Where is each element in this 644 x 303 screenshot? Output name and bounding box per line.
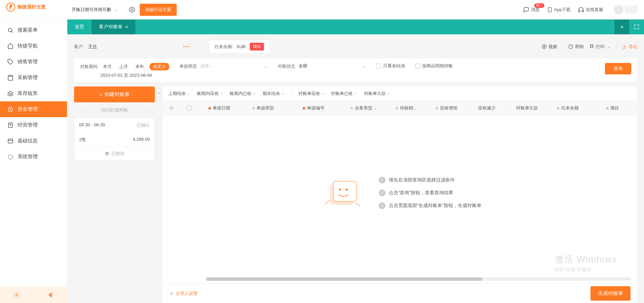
export-label: 导出 [629, 44, 637, 50]
top-bar: 畅捷通好生意 标准版 开账日期可停用可删 ⌄ 体验行业方案 消息 99 + Ap… [0, 0, 644, 20]
customer-service-button[interactable]: 在线客服 [578, 7, 603, 13]
only-unsettled-checkbox[interactable]: 只看未结清 [376, 63, 405, 69]
sidebar-item-finance[interactable]: ¥资金管理 [0, 101, 67, 117]
collapse-handle: « [155, 87, 162, 303]
chevron-down-icon: ⌄ [114, 7, 117, 12]
step-number-icon: 2 [379, 190, 385, 196]
sort-icon: ◆ [302, 105, 306, 110]
svg-text:?: ? [570, 45, 571, 48]
tab-customer-statement[interactable]: 客户对账单× [92, 20, 135, 34]
sidebar-label: 销售管理 [18, 59, 38, 65]
close-icon[interactable]: × [125, 24, 128, 30]
tab-home[interactable]: 首页 [67, 20, 92, 34]
sidebar-item-inventory[interactable]: 库存核算 [0, 86, 67, 101]
data-icon [7, 138, 13, 144]
col-doc-type[interactable]: ◆单据类型 [241, 101, 285, 115]
card-footer: 已收款 [74, 147, 155, 160]
sidebar-collapse-icon[interactable] [47, 292, 54, 298]
select-all-checkbox[interactable] [181, 101, 197, 115]
svg-rect-7 [10, 94, 11, 96]
settings-icon[interactable] [129, 7, 135, 13]
chevron-down-icon: ⌄ [264, 64, 268, 69]
export-button[interactable]: 导出 [622, 44, 637, 50]
customer-service-label: 在线客服 [586, 7, 603, 13]
column-settings-button[interactable] [162, 101, 181, 115]
collapse-left-icon[interactable]: « [156, 89, 161, 97]
user-name-placeholder: ... [625, 6, 638, 13]
sidebar-item-purchase[interactable]: 采购管理 [0, 70, 67, 86]
date-range[interactable]: 2023-07-01 至 2023-06-04 [80, 72, 169, 78]
share-settings-button[interactable]: 分享人设置 [169, 291, 198, 297]
svg-point-15 [8, 155, 13, 159]
sort-icon: ◆ [606, 105, 609, 110]
col-biz-type[interactable]: ◆业务类型⌄ [342, 101, 386, 115]
account-book-dropdown[interactable]: 开账日期可停用可删 ⌄ [65, 7, 124, 13]
card-count: 2笔 [79, 137, 86, 143]
svg-line-5 [11, 31, 12, 32]
customer-value[interactable]: 王总 [88, 44, 176, 50]
help-button[interactable]: ?帮助 [568, 44, 584, 50]
step-3: 3点击页面底部“生成对账单”按钮，生成对账单 [379, 202, 481, 209]
messages-button[interactable]: 消息 99 + [523, 7, 540, 13]
scrollbar-thumb[interactable] [206, 277, 482, 281]
card-range: 05.30 - 06.30 [79, 122, 105, 128]
sort-icon: ◆ [435, 105, 439, 110]
card-amount: 4,286.00 [133, 137, 150, 143]
gear-icon [169, 291, 174, 296]
customer-label: 客户 [74, 44, 83, 50]
period-tab-custom[interactable]: 自定义 [149, 63, 169, 70]
logo-text: 畅捷通好生意 [18, 4, 46, 10]
sidebar-settings-icon[interactable] [13, 292, 20, 298]
sidebar-item-basedata[interactable]: 基础信息 [0, 133, 67, 149]
svg-rect-2 [548, 7, 551, 12]
summary-bar: 上期结余-- 账期内应收-- 账期内已收-- 期末结余-- 对账单应收-- 对账… [162, 87, 637, 101]
phone-icon [547, 7, 552, 13]
col-balance[interactable]: ◆往来余额 [547, 101, 588, 115]
logo[interactable]: 畅捷通好生意 标准版 [6, 2, 65, 17]
app-download-button[interactable]: App下载 [547, 7, 571, 13]
col-pending[interactable]: ◆待核销... [386, 101, 426, 115]
filter-bar: 对账期间 本月 上月 本年 自定义 2023-07-01 至 2023-06-0… [74, 58, 637, 82]
doc-type-select[interactable]: 选择...⌄ [200, 63, 268, 69]
col-project[interactable]: ◆项目 [588, 101, 637, 115]
sort-icon: ◆ [395, 105, 399, 110]
user-menu[interactable]: ... [614, 5, 638, 14]
sidebar-item-sales[interactable]: 销售管理 [0, 54, 67, 70]
tab-bar: 首页 客户对账单× ✕ [67, 20, 644, 34]
doc-type-label: 单据类型 [179, 63, 197, 69]
status-select[interactable]: 全部⌄ [299, 63, 366, 69]
tab-close-all-button[interactable]: ✕ [614, 20, 629, 34]
export-icon [622, 44, 627, 49]
svg-point-24 [171, 107, 172, 109]
by-product-detail-checkbox[interactable]: 按商品明细对账 [415, 63, 453, 69]
query-button[interactable]: 查询 [605, 63, 631, 74]
help-icon: ? [568, 44, 573, 49]
sidebar-item-quicknav[interactable]: 快捷导航 [0, 38, 67, 54]
col-doc-date[interactable]: ◆单据日期 [197, 101, 241, 115]
horizontal-scrollbar[interactable] [206, 277, 631, 281]
more-icon[interactable]: ••• [183, 44, 190, 49]
sidebar-item-system[interactable]: 系统管理 [0, 149, 67, 165]
create-statement-button[interactable]: +创建对账单 [74, 87, 155, 102]
sidebar-item-business[interactable]: 经营管理 [0, 117, 67, 133]
svg-rect-22 [590, 46, 593, 48]
main: 首页 客户对账单× ✕ 客户 王总 ••• 往来余额: 0.00 现结 [67, 20, 644, 303]
period-tab-year[interactable]: 本年 [133, 63, 146, 70]
video-button[interactable]: 视频 [542, 44, 557, 50]
generate-statement-button[interactable]: 生成对账单 [590, 286, 631, 301]
period-tab-lastmonth[interactable]: 上月 [117, 63, 130, 70]
col-recv-dec[interactable]: 应收减少 [467, 101, 507, 115]
tab-fullscreen-button[interactable] [629, 20, 644, 34]
col-doc-no[interactable]: ◆单据编号 [285, 101, 342, 115]
col-recv-inc[interactable]: ◆应收增加 [426, 101, 467, 115]
industry-solution-button[interactable]: 体验行业方案 [140, 4, 177, 16]
history-card[interactable]: 05.30 - 06.30已确认 2笔4,286.00 已收款 [74, 118, 155, 160]
step-1: 1请先在顶部查询区选择过滤条件 [379, 177, 481, 183]
period-tab-month[interactable]: 本月 [101, 63, 114, 70]
print-button[interactable]: 打印⌄ [589, 44, 611, 50]
help-label: 帮助 [575, 44, 584, 50]
sidebar-label: 库存核算 [18, 90, 38, 97]
sidebar-item-search[interactable]: 搜索菜单 [0, 22, 67, 38]
svg-point-4 [8, 28, 12, 32]
col-stmt-owe[interactable]: 对账单欠款 [507, 101, 547, 115]
